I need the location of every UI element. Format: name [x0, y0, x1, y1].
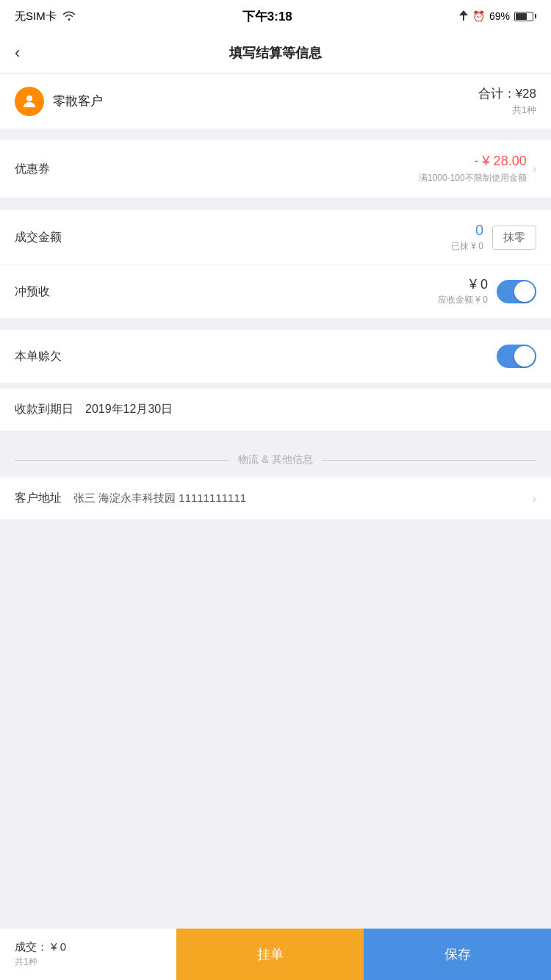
- svg-point-0: [26, 96, 32, 101]
- customer-right: 合计：¥28 共1种: [478, 85, 536, 117]
- alarm-icon: ⏰: [472, 10, 485, 22]
- prepaid-amount: ¥ 0: [438, 277, 488, 292]
- transaction-value[interactable]: 0: [451, 222, 483, 239]
- deal-amount: ¥ 0: [51, 940, 66, 953]
- transaction-section: 成交金额 0 已抹 ¥ 0 抹零 冲预收 ¥ 0 应收金额 ¥ 0: [0, 210, 551, 318]
- back-button[interactable]: ‹: [9, 37, 26, 68]
- total-amount: 合计：¥28: [478, 85, 536, 102]
- coupon-amount: - ¥ 28.00: [419, 154, 527, 169]
- coupon-section[interactable]: 优惠券 - ¥ 28.00 满1000-100不限制使用金额 ›: [0, 140, 551, 198]
- customer-name: 零散客户: [53, 93, 103, 109]
- coupon-label: 优惠券: [15, 162, 50, 177]
- address-label: 客户地址: [15, 491, 62, 506]
- transaction-amount-row: 成交金额 0 已抹 ¥ 0 抹零: [0, 210, 551, 265]
- prepaid-row: 冲预收 ¥ 0 应收金额 ¥ 0: [0, 265, 551, 318]
- address-chevron-icon: ›: [533, 492, 536, 505]
- credit-toggle[interactable]: [497, 345, 536, 368]
- main-content: 零散客户 合计：¥28 共1种 优惠券 - ¥ 28.00 满1000-100不…: [0, 73, 551, 578]
- wifi-icon: [62, 10, 76, 23]
- hold-button[interactable]: 挂单: [176, 929, 364, 980]
- sim-text: 无SIM卡: [15, 10, 57, 24]
- credit-label: 本单赊欠: [15, 349, 62, 364]
- status-left: 无SIM卡: [15, 10, 76, 24]
- battery-percent: 69%: [489, 10, 510, 22]
- due-date-value[interactable]: 2019年12月30日: [85, 402, 173, 417]
- logistics-header-text: 物流 & 其他信息: [238, 453, 312, 466]
- prepaid-amounts: ¥ 0 应收金额 ¥ 0: [438, 277, 488, 306]
- location-icon: [459, 10, 468, 23]
- header-line-right: [322, 460, 536, 461]
- status-time: 下午3:18: [242, 8, 292, 25]
- avatar: [15, 87, 44, 116]
- address-value: 张三 海淀永丰科技园 11111111111: [73, 491, 530, 505]
- deal-label: 成交：: [15, 940, 48, 953]
- address-section[interactable]: 客户地址 张三 海淀永丰科技园 11111111111 ›: [0, 478, 551, 519]
- chevron-right-icon: ›: [533, 162, 536, 176]
- logistics-header: 物流 & 其他信息: [0, 443, 551, 477]
- coupon-description: 满1000-100不限制使用金额: [419, 172, 527, 184]
- bottom-bar: 成交： ¥ 0 共1种 挂单 保存: [0, 929, 551, 980]
- nav-bar: ‹ 填写结算等信息: [0, 32, 551, 73]
- save-button[interactable]: 保存: [364, 929, 551, 980]
- due-date-label: 收款到期日: [15, 402, 73, 417]
- round-button[interactable]: 抹零: [492, 226, 536, 250]
- credit-section: 本单赊欠: [0, 330, 551, 383]
- prepaid-toggle[interactable]: [497, 280, 536, 303]
- prepaid-label: 冲预收: [15, 284, 50, 300]
- customer-left: 零散客户: [15, 87, 103, 116]
- battery-bar: [514, 12, 536, 21]
- due-date-section: 收款到期日 2019年12月30日: [0, 389, 551, 431]
- status-right: ⏰ 69%: [459, 10, 536, 23]
- amount-input-area: 0 已抹 ¥ 0: [451, 222, 483, 253]
- coupon-right: - ¥ 28.00 满1000-100不限制使用金额 ›: [419, 154, 536, 184]
- bottom-info: 成交： ¥ 0 共1种: [0, 940, 176, 968]
- page-title: 填写结算等信息: [229, 44, 322, 62]
- total-count: 共1种: [478, 104, 536, 117]
- transaction-right: 0 已抹 ¥ 0 抹零: [451, 222, 536, 253]
- customer-section: 零散客户 合计：¥28 共1种: [0, 73, 551, 129]
- receivable-amount: 应收金额 ¥ 0: [438, 294, 488, 306]
- status-bar: 无SIM卡 下午3:18 ⏰ 69%: [0, 0, 551, 32]
- bottom-deal-amount: 成交： ¥ 0: [15, 940, 162, 954]
- transaction-label: 成交金额: [15, 230, 62, 245]
- bottom-count: 共1种: [15, 956, 162, 968]
- already-rounded: 已抹 ¥ 0: [451, 240, 483, 253]
- header-line-left: [15, 460, 229, 461]
- prepaid-right: ¥ 0 应收金额 ¥ 0: [438, 277, 536, 306]
